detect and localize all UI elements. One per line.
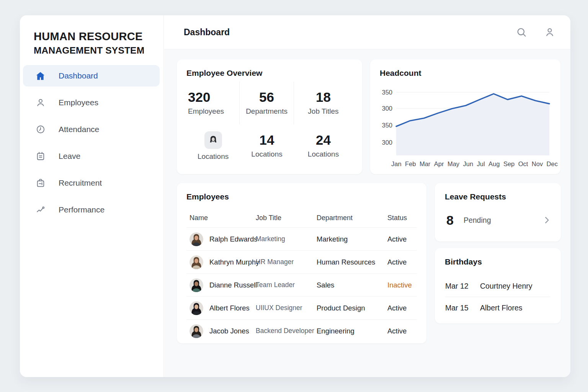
- chevron-right-icon[interactable]: [542, 215, 552, 225]
- birthday-date: Mar 12: [445, 282, 480, 291]
- stat-label: Departments: [246, 107, 287, 116]
- chart-y-label: 300: [373, 139, 392, 146]
- employee-department: Sales: [317, 281, 387, 289]
- employee-department: Human Resources: [317, 258, 387, 266]
- chart-x-label: May: [448, 160, 459, 168]
- birthdays-card: Birthdays Mar 12 Courtney Henry Mar 15 A…: [435, 248, 561, 323]
- employee-name: Dianne Russell: [209, 281, 257, 289]
- chart-y-label: 300: [373, 105, 392, 112]
- table-body: Ralph Edwards Marketing Marketing Active…: [186, 228, 417, 342]
- chart-x-label: Feb: [405, 160, 416, 168]
- sidebar-item-label: Leave: [59, 152, 80, 161]
- chart-x-label: Sep: [503, 160, 514, 168]
- brand-title-line2: MANAGEMENT SYSTEM: [34, 46, 153, 56]
- chart-x-label: Jan: [391, 160, 402, 168]
- stat-locations-avatar: Locations: [186, 124, 240, 167]
- table-row[interactable]: Dianne Russell Team Leader Sales Inactiv…: [186, 274, 417, 297]
- app-logo: HUMAN RESOURCE MANAGEMENT SYSTEM: [20, 15, 163, 56]
- sidebar-item-recruitment[interactable]: Recruitment: [23, 172, 160, 194]
- stat-value: 56: [259, 90, 274, 104]
- card-title: Headcount: [380, 69, 421, 78]
- employees-table-card: Employees Name Job Title Department Stat…: [177, 183, 426, 343]
- stat-job-titles: 18 Job Titles: [294, 82, 353, 124]
- app-window: HUMAN RESOURCE MANAGEMENT SYSTEM Dashboa…: [20, 15, 570, 377]
- list-item: Mar 15 Albert Flores: [445, 297, 550, 318]
- sidebar-item-label: Performance: [59, 205, 105, 214]
- headcount-chart-svg: [396, 92, 549, 155]
- sidebar-item-employees[interactable]: Employees: [23, 92, 160, 113]
- chart-x-label: Jul: [477, 160, 485, 168]
- chart-x-label: Oct: [518, 160, 528, 168]
- avatar: [189, 278, 203, 292]
- employee-department: Product Design: [317, 304, 387, 312]
- stat-locations-24: 24 Locations: [294, 124, 353, 167]
- briefcase-icon: [35, 178, 46, 188]
- person-icon: [35, 98, 46, 108]
- calendar-icon: [35, 151, 46, 162]
- birthday-name: Albert Flores: [480, 304, 523, 312]
- sidebar-item-performance[interactable]: Performance: [23, 199, 160, 220]
- sidebar-item-leave[interactable]: Leave: [23, 145, 160, 167]
- person-avatar-icon: [204, 131, 222, 149]
- stat-departments: 56 Departments: [240, 82, 294, 124]
- leave-requests-card[interactable]: Leave Requests 8 Pending: [435, 183, 561, 242]
- employee-department: Marketing: [317, 235, 387, 243]
- card-title: Employees: [186, 192, 229, 201]
- user-profile-icon[interactable]: [544, 27, 555, 38]
- column-header-job-title: Job Title: [256, 214, 317, 222]
- birthday-date: Mar 15: [445, 304, 480, 312]
- birthdays-list: Mar 12 Courtney Henry Mar 15 Albert Flor…: [445, 275, 550, 318]
- table-header: Name Job Title Department Status: [186, 209, 417, 228]
- employee-job-title: Backend Developer: [256, 327, 317, 335]
- table-row[interactable]: Ralph Edwards Marketing Marketing Active: [186, 228, 417, 251]
- sidebar-item-label: Dashboard: [59, 71, 98, 80]
- employee-name: Ralph Edwards: [209, 235, 257, 243]
- chart-x-label: Mar: [420, 160, 430, 168]
- chart-x-axis: JanFebMarAprMayJunJulAugSepOctNovDec: [391, 160, 558, 168]
- card-title: Birthdays: [445, 257, 482, 266]
- sidebar-item-attendance[interactable]: Attendance: [23, 119, 160, 140]
- sidebar-nav: Dashboard Employees Attendance Leave Rec…: [23, 65, 160, 220]
- table-row[interactable]: Jacob Jones Backend Developer Engineerin…: [186, 320, 417, 342]
- employee-job-title: Marketing: [256, 235, 317, 243]
- headcount-card: Headcount 350300350300 JanFebMarAprMayJu…: [370, 59, 560, 174]
- pending-count: 8: [446, 214, 454, 227]
- employee-department: Engineering: [317, 327, 387, 335]
- sidebar-item-label: Attendance: [59, 125, 99, 134]
- birthday-name: Courtney Henry: [480, 282, 532, 291]
- stat-label: Employees: [188, 107, 224, 116]
- stat-label: Locations: [251, 150, 282, 158]
- main-area: Dashboard Employee Overview 320 Employee…: [164, 15, 570, 377]
- column-header-status: Status: [387, 214, 417, 222]
- chart-y-label: 350: [373, 89, 392, 96]
- search-icon[interactable]: [516, 27, 527, 38]
- leave-requests-row[interactable]: 8 Pending: [446, 214, 552, 227]
- top-header: Dashboard: [164, 15, 570, 49]
- employee-job-title: HR Manager: [256, 258, 317, 266]
- stat-locations-14: 14 Locations: [240, 124, 294, 167]
- stat-label: Locations: [308, 150, 339, 158]
- home-icon: [35, 71, 46, 81]
- sidebar-item-dashboard[interactable]: Dashboard: [23, 65, 160, 87]
- status-badge: Active: [387, 258, 417, 266]
- chart-x-label: Nov: [532, 160, 543, 168]
- status-badge: Inactive: [387, 281, 417, 289]
- table-row[interactable]: Albert Flores UIIUX Designer Product Des…: [186, 297, 417, 320]
- avatar: [189, 301, 203, 315]
- card-title: Employee Overview: [186, 69, 262, 78]
- trend-up-icon: [35, 205, 46, 215]
- pending-label: Pending: [464, 216, 491, 225]
- employee-name: Albert Flores: [209, 304, 250, 312]
- headcount-chart: [396, 92, 549, 155]
- status-badge: Active: [387, 304, 417, 312]
- table-row[interactable]: Kathryn Murphy HR Manager Human Resource…: [186, 251, 417, 274]
- brand-title-line1: HUMAN RESOURCE: [34, 31, 153, 43]
- page-title: Dashboard: [184, 27, 230, 38]
- employee-job-title: Team Leader: [256, 281, 317, 289]
- stat-value: 18: [316, 90, 331, 104]
- stat-employees: 320 Employees: [186, 82, 240, 124]
- stat-value: 14: [260, 133, 274, 147]
- employee-name: Kathryn Murphy: [209, 258, 260, 266]
- stat-value: 24: [316, 133, 331, 147]
- stat-label: Locations: [198, 152, 229, 161]
